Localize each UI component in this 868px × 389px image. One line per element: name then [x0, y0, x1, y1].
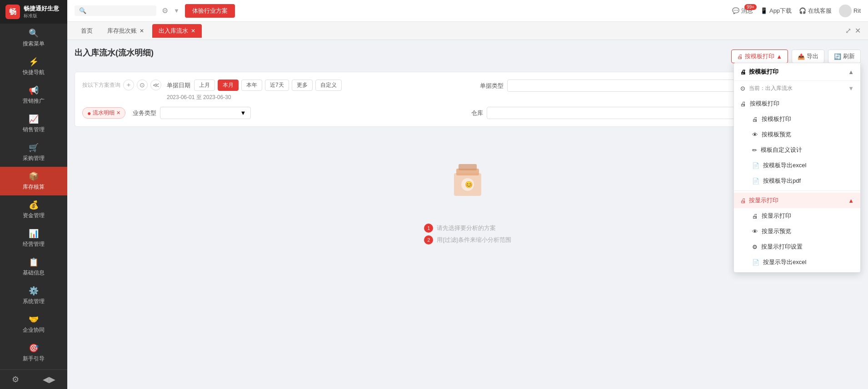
sidebar-item-collab[interactable]: 🤝 企业协同 [0, 310, 67, 339]
app-download-label: App下载 [769, 7, 792, 15]
chevron-up-icon: ▲ [776, 53, 782, 60]
template-preview-icon: 👁 [752, 131, 758, 138]
sidebar-item-search[interactable]: 🔍 搜索菜单 [0, 24, 67, 52]
display-preview-item[interactable]: 👁 按显示预览 [734, 224, 860, 239]
display-export-pdf-item[interactable]: 📄 按显示导出pdf [734, 270, 860, 272]
sidebar-item-marketing[interactable]: 📢 营销推广 [0, 81, 67, 110]
sidebar-label-guide: 新手引导 [23, 355, 45, 363]
biz-type-select[interactable]: ▼ [160, 107, 251, 119]
export-btn[interactable]: 📤 导出 [792, 50, 824, 63]
add-filter-btn[interactable]: ＋ [123, 80, 134, 90]
display-print-group-icon: 🖨 [740, 197, 746, 204]
sidebar-item-basic[interactable]: 📋 基础信息 [0, 253, 67, 281]
sidebar-item-system[interactable]: ⚙️ 系统管理 [0, 281, 67, 310]
sidebar-settings-icon[interactable]: ⚙ [12, 374, 19, 384]
sidebar-label-collab: 企业协同 [23, 326, 45, 334]
sidebar-collapse-icon[interactable]: ◀▶ [43, 374, 55, 384]
empty-step1: 1 请先选择要分析的方案 [424, 224, 511, 233]
sidebar-item-inventory[interactable]: 📦 库存核算 [0, 167, 67, 195]
date-btn-7days[interactable]: 近7天 [265, 80, 289, 91]
current-chevron[interactable]: ▼ [848, 85, 854, 92]
date-btn-last-month[interactable]: 上月 [194, 80, 215, 91]
display-print-item[interactable]: 🖨 按显示打印 [734, 208, 860, 224]
online-service-btn[interactable]: 🎧 在线客服 [799, 7, 832, 15]
filter-tag[interactable]: ● 流水明细 ✕ [82, 107, 125, 119]
display-print-settings-item[interactable]: ⚙ 按显示打印设置 [734, 239, 860, 254]
tag-close-icon[interactable]: ✕ [116, 110, 120, 116]
date-btn-this-month[interactable]: 本月 [218, 80, 239, 91]
lightning-icon: ⚡ [29, 57, 39, 67]
template-export-pdf-item[interactable]: 📄 按模板导出pdf [734, 173, 860, 189]
app-download-btn[interactable]: 📱 App下载 [760, 7, 792, 15]
sidebar-item-purchase[interactable]: 🛒 采购管理 [0, 138, 67, 167]
notification-btn[interactable]: 💬 消息 99+ [732, 7, 753, 15]
notification-badge: 99+ [744, 4, 757, 10]
template-export-excel-item[interactable]: 📄 按模板导出excel [734, 158, 860, 173]
template-export-excel-label: 按模板导出excel [763, 161, 806, 170]
date-btn-custom[interactable]: 自定义 [315, 80, 342, 91]
display-preview-icon: 👁 [752, 228, 758, 235]
refresh-btn[interactable]: 🔄 刷新 [828, 50, 861, 63]
sidebar-label-finance: 资金管理 [23, 212, 45, 219]
bell-icon: 💬 [732, 7, 739, 14]
topbar-divider-icon: ▼ [174, 7, 180, 14]
sidebar-bottom: ⚙ ◀▶ [0, 369, 67, 389]
sidebar-item-finance[interactable]: 💰 资金管理 [0, 195, 67, 224]
filter-more-btn[interactable]: ≪ [150, 80, 161, 90]
sidebar-label-purchase: 采购管理 [23, 155, 45, 162]
search-input[interactable] [89, 7, 144, 14]
sidebar-label-system: 系统管理 [23, 298, 45, 305]
dropdown-title: 按模板打印 [749, 68, 778, 76]
dropdown-scroll: 🖨 按模板打印 ▲ ⊙ 当前：出入库流水 ▼ 🖨 按模板打印 [734, 63, 860, 272]
date-options: 上月 本月 本年 近7天 更多 自定义 [194, 80, 342, 91]
page-content: 出入库流水(流水明细) 🖨 按模板打印 ▲ 📤 导出 🔄 刷新 [67, 40, 868, 389]
display-print-chevron[interactable]: ▲ [848, 197, 854, 204]
tab-inventory-batch-close[interactable]: ✕ [140, 28, 144, 34]
display-print-group[interactable]: 🖨 按显示打印 ▲ [734, 193, 860, 208]
template-export-pdf-label: 按模板导出pdf [763, 177, 801, 185]
tab-close-all-btn[interactable]: ✕ [855, 26, 861, 35]
sidebar-item-quick-nav[interactable]: ⚡ 快捷导航 [0, 52, 67, 81]
sidebar-label-operation: 经营管理 [23, 240, 45, 248]
template-custom-item[interactable]: ✏ 模板自定义设计 [734, 142, 860, 158]
sidebar-label-quick-nav: 快捷导航 [23, 69, 45, 76]
template-print-item[interactable]: 🖨 按模板打印 [734, 111, 860, 127]
filter-settings-btn[interactable]: ⊙ [137, 80, 148, 90]
warehouse-label: 仓库 [471, 109, 483, 117]
display-export-excel-item[interactable]: 📄 按显示导出excel [734, 254, 860, 270]
search-box[interactable]: 🔍 [75, 5, 156, 16]
industry-btn[interactable]: 体验行业方案 [185, 4, 235, 18]
tab-home[interactable]: 首页 [75, 24, 99, 38]
tab-expand-btn[interactable]: ⤢ [845, 26, 851, 35]
sidebar-item-guide[interactable]: 🎯 新手引导 [0, 339, 67, 367]
tab-inventory-batch[interactable]: 库存批次账 ✕ [101, 24, 150, 38]
template-print-group-label: 按模板打印 [750, 100, 779, 108]
tab-inout-flow-close[interactable]: ✕ [191, 28, 195, 34]
tab-inout-flow[interactable]: 出入库流水 ✕ [152, 24, 202, 38]
tab-inventory-batch-label: 库存批次账 [107, 27, 137, 35]
refresh-icon: 🔄 [834, 53, 841, 60]
template-print-group[interactable]: 🖨 按模板打印 [734, 96, 860, 111]
empty-illustration: 😊 [445, 160, 490, 214]
date-filter-label: 单据日期 [167, 81, 190, 90]
online-service-label: 在线客服 [808, 7, 832, 15]
display-print-label: 按显示打印 [762, 212, 791, 220]
topbar-gear-icon[interactable]: ⚙ [162, 6, 168, 15]
sidebar-item-operation[interactable]: 📊 经营管理 [0, 224, 67, 253]
sidebar-label-search: 搜索菜单 [23, 40, 45, 48]
sidebar: 畅 畅捷通好生意 标准版 🔍 搜索菜单 ⚡ 快捷导航 📢 营销推广 📈 销售管理… [0, 0, 67, 389]
template-custom-icon: ✏ [752, 147, 757, 154]
date-btn-more[interactable]: 更多 [292, 80, 313, 91]
print-dropdown-btn[interactable]: 🖨 按模板打印 ▲ [731, 50, 788, 63]
date-btn-this-year[interactable]: 本年 [241, 80, 262, 91]
template-preview-item[interactable]: 👁 按模板预览 [734, 127, 860, 142]
display-export-excel-label: 按显示导出excel [763, 258, 806, 266]
sidebar-item-sales[interactable]: 📈 销售管理 [0, 110, 67, 138]
template-excel-icon: 📄 [752, 162, 759, 169]
sidebar-label-marketing: 营销推广 [23, 97, 45, 105]
dropdown-chevron-up[interactable]: ▲ [848, 69, 854, 75]
logo-icon: 畅 [5, 5, 20, 19]
user-name: Rit [853, 7, 861, 14]
export-btn-label: 导出 [807, 52, 818, 60]
user-avatar-btn[interactable]: Rit [839, 5, 861, 17]
